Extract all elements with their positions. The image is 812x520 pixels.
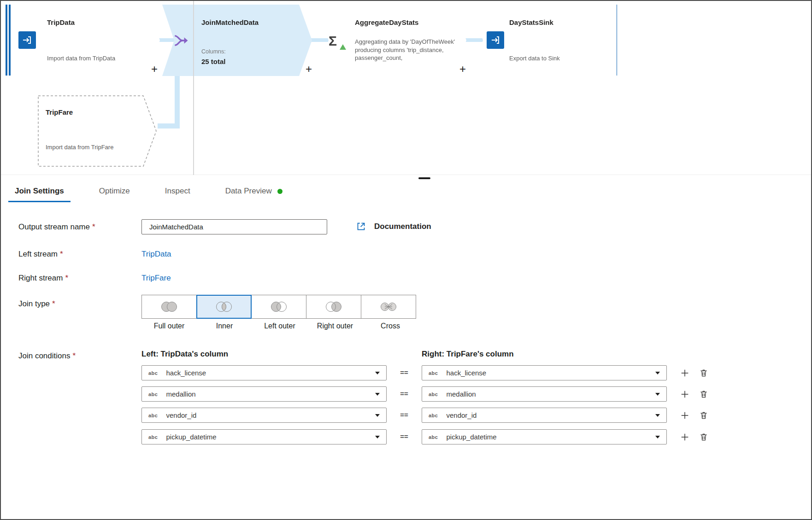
connector-tripfare-join-horizontal [158, 123, 180, 129]
delete-condition-icon[interactable] [698, 388, 710, 400]
right-stream-label: Right stream* [18, 274, 68, 283]
join-settings-panel: Join Settings Optimize Inspect Data Prev… [1, 175, 811, 520]
tab-join-settings[interactable]: Join Settings [8, 183, 71, 202]
column-value: medallion [166, 390, 195, 398]
add-condition-icon[interactable] [679, 409, 691, 421]
column-value: pickup_datetime [446, 433, 496, 441]
join-type-inner[interactable] [196, 295, 252, 319]
join-icon [173, 32, 190, 49]
column-value: vendor_id [166, 411, 196, 419]
add-condition-icon[interactable] [679, 388, 691, 400]
string-type-badge: abc [429, 434, 438, 440]
dataflow-canvas[interactable]: TripData Import data from TripData JoinM… [1, 1, 811, 175]
connector-tripfare-join-vertical [175, 75, 180, 128]
chevron-down-icon [655, 372, 660, 374]
right-column-header: Right: TripFare's column [422, 350, 514, 359]
node-title: TripFare [46, 108, 73, 116]
string-type-badge: abc [148, 391, 158, 397]
source-icon [18, 31, 36, 49]
add-condition-icon[interactable] [679, 431, 691, 443]
node-description: Import data from TripData [47, 54, 115, 63]
right-stream-link[interactable]: TripFare [141, 274, 171, 283]
node-columns-label: Columns: [201, 48, 226, 55]
add-transform-button[interactable]: + [459, 64, 466, 75]
aggregate-icon: Σ [328, 33, 345, 51]
equals-operator: == [387, 411, 422, 419]
chevron-down-icon [655, 436, 660, 438]
node-title: JoinMatchedData [201, 18, 259, 26]
chevron-down-icon [375, 372, 380, 374]
node-description: Aggregating data by 'DayOfTheWeek' produ… [355, 38, 457, 76]
add-transform-button[interactable]: + [306, 64, 312, 75]
add-condition-icon[interactable] [679, 367, 691, 379]
node-description: Import data from TripFare [46, 144, 113, 151]
node-tripfare[interactable]: TripFare Import data from TripFare [38, 95, 157, 167]
tab-inspect[interactable]: Inspect [159, 183, 197, 202]
join-type-option-label: Cross [363, 322, 418, 330]
tab-data-preview[interactable]: Data Preview [219, 183, 289, 202]
node-daystatssink[interactable]: DayStatsSink Export data to Sink [471, 5, 617, 76]
join-conditions-label: Join conditions* [18, 351, 76, 361]
node-title: DayStatsSink [509, 18, 553, 26]
left-column-dropdown[interactable]: abc pickup_datetime [141, 429, 387, 444]
join-type-label: Join type* [18, 299, 55, 309]
join-type-option-label: Left outer [252, 322, 307, 330]
column-value: medallion [446, 390, 476, 398]
string-type-badge: abc [429, 413, 438, 418]
string-type-badge: abc [429, 391, 438, 397]
external-link-icon [356, 222, 366, 231]
equals-operator: == [387, 390, 422, 397]
join-type-cross[interactable] [361, 295, 416, 319]
tab-label: Data Preview [225, 187, 272, 195]
node-joinmatcheddata[interactable]: JoinMatchedData Columns: 25 total [162, 5, 312, 76]
column-value: hack_license [446, 369, 486, 377]
join-type-right-outer[interactable] [306, 295, 361, 319]
right-column-dropdown[interactable]: abc pickup_datetime [422, 429, 667, 444]
equals-operator: == [387, 368, 422, 376]
left-stream-link[interactable]: TripData [141, 250, 171, 259]
node-tripdata[interactable]: TripData Import data from TripData [15, 5, 160, 76]
join-type-full-outer[interactable] [141, 295, 197, 319]
join-type-cross-icon [378, 300, 399, 314]
column-value: vendor_id [446, 411, 477, 419]
left-column-header: Left: TripData's column [141, 350, 228, 359]
dataflow-editor: TripData Import data from TripData JoinM… [0, 0, 812, 520]
right-column-dropdown[interactable]: abc medallion [422, 386, 667, 402]
panel-collapse-handle[interactable] [418, 177, 430, 179]
output-stream-name-input[interactable] [141, 219, 327, 234]
node-aggregatedaystats[interactable]: Σ AggregateDayStats Aggregating data by … [317, 5, 466, 76]
documentation-link[interactable]: Documentation [356, 222, 431, 231]
column-value: hack_license [166, 369, 206, 377]
right-column-dropdown[interactable]: abc hack_license [422, 365, 667, 380]
join-type-full-outer-icon [159, 300, 180, 314]
left-stream-label: Left stream* [18, 250, 63, 259]
node-description: Export data to Sink [509, 54, 560, 63]
join-type-selector [141, 295, 416, 319]
join-type-option-label: Full outer [141, 322, 197, 330]
join-type-left-outer[interactable] [251, 295, 306, 319]
left-column-dropdown[interactable]: abc hack_license [141, 365, 387, 380]
tab-optimize[interactable]: Optimize [93, 183, 136, 202]
delete-condition-icon[interactable] [698, 431, 710, 443]
right-column-dropdown[interactable]: abc vendor_id [422, 408, 667, 423]
join-type-option-label: Right outer [307, 322, 363, 330]
chevron-down-icon [375, 414, 380, 417]
chevron-down-icon [655, 414, 660, 417]
node-columns-value: 25 total [201, 58, 226, 65]
string-type-badge: abc [148, 413, 158, 418]
preview-status-dot [277, 189, 282, 194]
chevron-down-icon [375, 393, 380, 396]
column-value: pickup_datetime [166, 433, 216, 441]
delete-condition-icon[interactable] [698, 409, 710, 421]
output-stream-name-label: Output stream name* [18, 222, 95, 232]
string-type-badge: abc [148, 370, 158, 376]
join-type-right-outer-icon [323, 300, 344, 314]
sink-icon [487, 31, 504, 49]
node-title: AggregateDayStats [355, 18, 418, 26]
left-column-dropdown[interactable]: abc vendor_id [141, 408, 387, 423]
string-type-badge: abc [429, 370, 438, 376]
canvas-guide-line [193, 1, 194, 175]
add-transform-button[interactable]: + [151, 64, 158, 75]
delete-condition-icon[interactable] [698, 367, 710, 379]
left-column-dropdown[interactable]: abc medallion [141, 386, 387, 402]
